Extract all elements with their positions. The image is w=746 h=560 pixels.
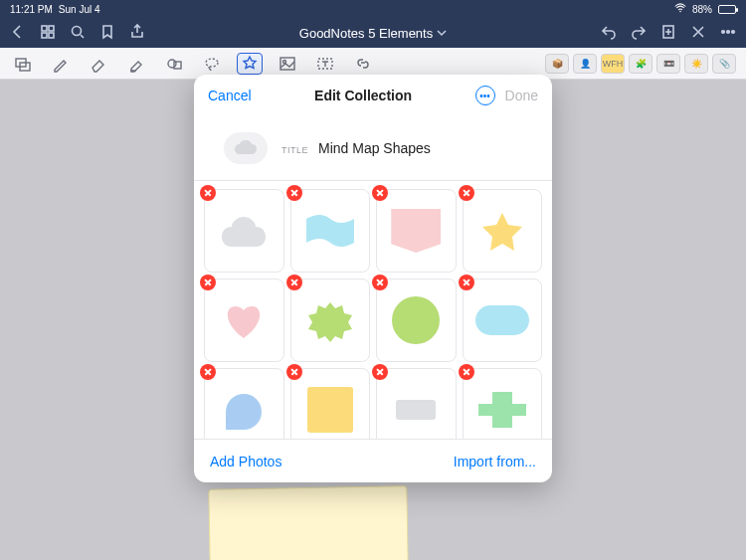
delete-badge[interactable] (286, 275, 302, 290)
delete-badge[interactable] (459, 185, 474, 201)
svg-rect-1 (42, 26, 47, 31)
svg-point-16 (283, 60, 286, 63)
sticker-chip[interactable]: WFH (601, 54, 625, 74)
delete-badge[interactable] (200, 185, 216, 201)
more-icon[interactable] (720, 24, 736, 43)
shape-pill[interactable] (463, 279, 543, 362)
status-time: 11:21 PM (10, 4, 53, 15)
redo-icon[interactable] (631, 24, 647, 43)
doc-title-text: GoodNotes 5 Elements (299, 26, 433, 41)
import-from-button[interactable]: Import from... (454, 454, 536, 469)
tool-elements[interactable] (237, 53, 263, 75)
shape-cloud[interactable] (204, 189, 284, 273)
nav-bar: GoodNotes 5 Elements (0, 18, 746, 48)
grid-icon[interactable] (40, 24, 56, 43)
delete-badge[interactable] (372, 275, 388, 290)
battery-pct: 88% (692, 4, 712, 15)
tool-shape[interactable] (161, 53, 187, 75)
tool-lasso[interactable] (199, 53, 225, 75)
tool-link[interactable] (350, 53, 376, 75)
add-photos-button[interactable]: Add Photos (210, 454, 281, 469)
canvas[interactable]: Cancel Edit Collection ••• Done TITLE Mi… (0, 80, 746, 560)
shape-flag[interactable] (376, 189, 457, 273)
close-icon[interactable] (690, 24, 706, 43)
sticker-chip[interactable]: 👤 (573, 54, 597, 74)
delete-badge[interactable] (286, 185, 302, 201)
chevron-down-icon (437, 28, 447, 38)
collection-title-row[interactable]: TITLE Mind Map Shapes (194, 116, 552, 180)
svg-rect-3 (42, 33, 47, 38)
more-options-button[interactable]: ••• (475, 86, 495, 105)
edit-collection-modal: Cancel Edit Collection ••• Done TITLE Mi… (194, 75, 552, 482)
shape-burst[interactable] (290, 279, 371, 362)
shape-drop[interactable] (204, 368, 284, 439)
doc-title[interactable]: GoodNotes 5 Elements (145, 26, 601, 41)
sticker-chip[interactable]: 🧩 (629, 54, 653, 74)
collection-thumb (224, 132, 268, 164)
share-icon[interactable] (129, 24, 145, 43)
status-bar: 11:21 PM Sun Jul 4 88% (0, 0, 746, 18)
title-value[interactable]: Mind Map Shapes (318, 140, 431, 156)
title-label: TITLE (281, 145, 308, 155)
delete-badge[interactable] (286, 364, 302, 380)
delete-badge[interactable] (200, 364, 216, 380)
svg-point-8 (727, 30, 730, 33)
tool-image[interactable] (275, 53, 300, 75)
svg-point-9 (732, 30, 735, 33)
sticker-chip[interactable]: 📦 (545, 54, 569, 74)
bookmark-icon[interactable] (99, 24, 115, 43)
shape-heart[interactable] (204, 279, 284, 362)
delete-badge[interactable] (459, 275, 474, 290)
svg-point-7 (722, 30, 725, 33)
delete-badge[interactable] (200, 275, 216, 290)
tool-eraser[interactable] (86, 53, 111, 75)
search-icon[interactable] (70, 24, 86, 43)
battery-icon (718, 5, 736, 14)
shape-grid (194, 181, 552, 439)
tool-highlighter[interactable] (123, 53, 149, 75)
done-button[interactable]: Done (505, 88, 538, 103)
svg-point-0 (679, 11, 681, 13)
sticker-tray: 📦 👤 WFH 🧩 📼 ☀️ 📎 (545, 54, 736, 74)
svg-point-12 (168, 60, 176, 68)
wifi-icon (674, 2, 686, 16)
tool-zoom[interactable] (10, 53, 36, 75)
shape-star[interactable] (463, 189, 543, 273)
svg-point-14 (206, 59, 218, 67)
shape-circle[interactable] (376, 279, 457, 362)
tool-pen[interactable] (48, 53, 74, 75)
add-page-icon[interactable] (660, 24, 676, 43)
delete-badge[interactable] (372, 364, 388, 380)
tool-text[interactable] (312, 53, 338, 75)
status-date: Sun Jul 4 (59, 4, 100, 15)
svg-rect-2 (49, 26, 54, 31)
delete-badge[interactable] (372, 185, 388, 201)
shape-rect[interactable] (376, 368, 457, 439)
shape-square[interactable] (290, 368, 371, 439)
shape-wave[interactable] (290, 189, 371, 273)
undo-icon[interactable] (601, 24, 617, 43)
delete-badge[interactable] (459, 364, 474, 380)
svg-point-5 (73, 26, 82, 35)
modal-backdrop: Cancel Edit Collection ••• Done TITLE Mi… (0, 80, 746, 560)
modal-title: Edit Collection (252, 88, 475, 103)
sticker-chip[interactable]: 📎 (712, 54, 736, 74)
shape-cross[interactable] (463, 368, 543, 439)
svg-rect-4 (49, 33, 54, 38)
back-icon[interactable] (10, 24, 26, 43)
sticker-chip[interactable]: ☀️ (684, 54, 708, 74)
cancel-button[interactable]: Cancel (208, 88, 252, 103)
sticker-chip[interactable]: 📼 (656, 54, 680, 74)
